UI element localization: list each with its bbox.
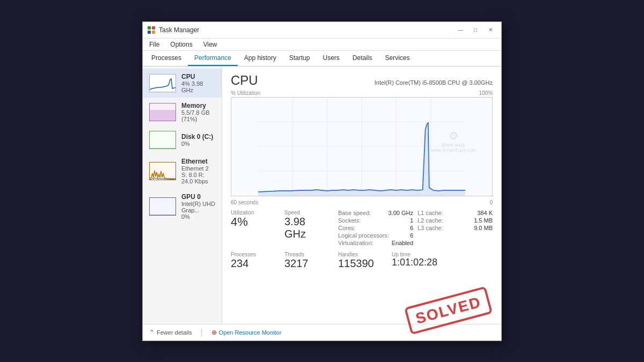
close-button[interactable]: ✕ <box>484 25 497 35</box>
menu-options[interactable]: Options <box>168 40 194 49</box>
window-title: Task Manager <box>159 26 199 34</box>
l2-key: L2 cache: <box>418 217 443 224</box>
maximize-button[interactable]: □ <box>469 25 482 35</box>
disk-mini-chart <box>149 131 176 149</box>
l1-val: 384 K <box>477 210 493 216</box>
base-speed-row: Base speed: 3.00 GHz <box>338 210 413 216</box>
svg-rect-0 <box>148 26 151 29</box>
speed-stat-value: 3.98 GHz <box>284 216 327 240</box>
memory-sidebar-name: Memory <box>181 102 215 109</box>
tab-details[interactable]: Details <box>346 51 379 66</box>
memory-sidebar-info: Memory 5.5/7.8 GB (71%) <box>181 102 215 122</box>
disk-sidebar-info: Disk 0 (C:) 0% <box>181 133 215 147</box>
disk-mini-svg <box>150 131 176 149</box>
fewer-details-button[interactable]: ⌃ Fewer details <box>149 329 192 336</box>
ethernet-sidebar-sub2: Ethernet 2 <box>181 165 215 172</box>
tab-bar: Processes Performance App history Startu… <box>143 51 501 67</box>
sidebar-item-ethernet[interactable]: Ethernet Ethernet 2 S: 8.0 R: 24.0 Kbps <box>143 153 222 189</box>
speed-stat-label: Speed <box>284 210 327 216</box>
cpu-mini-svg <box>150 75 176 92</box>
ethernet-sidebar-sub3: S: 8.0 R: 24.0 Kbps <box>181 172 215 184</box>
max-percent-label: 100% <box>479 90 493 96</box>
sidebar-item-gpu[interactable]: GPU 0 Intel(R) UHD Grap... 0% <box>143 189 222 224</box>
fewer-details-label: Fewer details <box>157 329 192 336</box>
threads-label: Threads <box>284 252 327 257</box>
tab-startup[interactable]: Startup <box>283 51 317 66</box>
detail-col-2: L1 cache: 384 K L2 cache: 1.5 MB L3 cach… <box>418 210 493 247</box>
svg-rect-1 <box>152 26 155 29</box>
title-bar-left: Task Manager <box>147 26 199 34</box>
svg-rect-5 <box>150 110 176 121</box>
sidebar-item-cpu[interactable]: CPU 4% 3.98 GHz <box>143 69 222 98</box>
sidebar-item-disk[interactable]: Disk 0 (C:) 0% <box>143 127 222 153</box>
speed-stat: Speed 3.98 GHz <box>284 210 327 247</box>
utilization-stat-label: Utilization <box>231 210 274 216</box>
stats-detail: Base speed: 3.00 GHz Sockets: 1 Cores: 6 <box>338 210 493 247</box>
virt-val: Enabled <box>392 240 413 246</box>
title-bar: Task Manager — □ ✕ <box>143 22 501 39</box>
cores-val: 6 <box>410 225 413 231</box>
disk-sidebar-sub: 0% <box>181 141 215 147</box>
open-resource-label: Open Resource Monitor <box>219 329 282 336</box>
sidebar: CPU 4% 3.98 GHz Memory 5.5/7.8 GB (71%) <box>143 67 222 324</box>
l3-key: L3 cache: <box>418 225 443 231</box>
threads-value: 3217 <box>284 257 327 269</box>
task-manager-window: Task Manager — □ ✕ File Options View Pro… <box>142 21 502 341</box>
cpu-chart-area: ⚙ driver easywww.DriverEasy.com <box>231 97 493 196</box>
window-controls: — □ ✕ <box>454 25 497 35</box>
menu-file[interactable]: File <box>147 40 162 49</box>
processes-stat: Processes 234 <box>231 252 274 269</box>
svg-rect-2 <box>148 31 151 34</box>
l2-val: 1.5 MB <box>474 217 493 224</box>
tab-app-history[interactable]: App history <box>238 51 283 66</box>
gpu-mini-svg <box>150 198 176 216</box>
cores-row: Cores: 6 <box>338 225 413 231</box>
cpu-chart-svg <box>231 98 492 196</box>
sockets-row: Sockets: 1 <box>338 217 413 224</box>
sockets-val: 1 <box>410 217 413 224</box>
menu-view[interactable]: View <box>201 40 219 49</box>
logical-row: Logical processors: 6 <box>338 232 413 239</box>
time-left-label: 60 seconds <box>231 200 258 205</box>
detail-right: Base speed: 3.00 GHz Sockets: 1 Cores: 6 <box>338 210 493 247</box>
cores-key: Cores: <box>338 225 355 231</box>
content-area: CPU 4% 3.98 GHz Memory 5.5/7.8 GB (71%) <box>143 67 501 324</box>
open-resource-monitor-link[interactable]: ⊕ Open Resource Monitor <box>211 329 282 336</box>
main-panel: CPU Intel(R) Core(TM) i5-8500B CPU @ 3.0… <box>222 67 501 324</box>
processes-label: Processes <box>231 252 274 257</box>
cpu-sidebar-info: CPU 4% 3.98 GHz <box>181 73 215 93</box>
ethernet-sidebar-name: Ethernet <box>181 158 215 165</box>
tab-processes[interactable]: Processes <box>145 51 188 66</box>
base-speed-key: Base speed: <box>338 210 371 216</box>
app-icon <box>147 26 156 34</box>
menu-bar: File Options View <box>143 39 501 51</box>
detail-col-1: Base speed: 3.00 GHz Sockets: 1 Cores: 6 <box>338 210 413 247</box>
eth-mini-svg <box>150 162 176 180</box>
l1-key: L1 cache: <box>418 210 443 216</box>
svg-rect-6 <box>150 131 176 149</box>
svg-rect-3 <box>152 31 155 34</box>
tab-users[interactable]: Users <box>316 51 346 66</box>
chevron-up-icon: ⌃ <box>149 329 155 336</box>
cpu-mini-chart <box>149 74 176 92</box>
handles-stat: Handles 115390 <box>338 252 381 269</box>
uptime-label: Up time <box>392 252 437 257</box>
tab-services[interactable]: Services <box>379 51 416 66</box>
cpu-header: CPU Intel(R) Core(TM) i5-8500B CPU @ 3.0… <box>231 73 493 88</box>
uptime-value: 1:01:02:28 <box>392 257 437 268</box>
gpu-sidebar-info: GPU 0 Intel(R) UHD Grap... 0% <box>181 193 215 220</box>
base-speed-val: 3.00 GHz <box>389 210 413 216</box>
virt-key: Virtualization: <box>338 240 374 246</box>
time-label: 60 seconds 0 <box>231 200 493 205</box>
gpu-sidebar-sub2: Intel(R) UHD Grap... <box>181 201 215 213</box>
utilization-label: % Utilization 100% <box>231 90 493 96</box>
virt-row: Virtualization: Enabled <box>338 240 413 246</box>
resource-icon: ⊕ <box>211 329 217 336</box>
tab-performance[interactable]: Performance <box>188 51 238 66</box>
minimize-button[interactable]: — <box>454 25 467 35</box>
uptime-stat: Up time 1:01:02:28 <box>392 252 437 269</box>
time-right-label: 0 <box>489 200 493 205</box>
l3-row: L3 cache: 9.0 MB <box>418 225 493 231</box>
bottom-bar: ⌃ Fewer details | ⊕ Open Resource Monito… <box>143 324 501 341</box>
sidebar-item-memory[interactable]: Memory 5.5/7.8 GB (71%) <box>143 98 222 127</box>
